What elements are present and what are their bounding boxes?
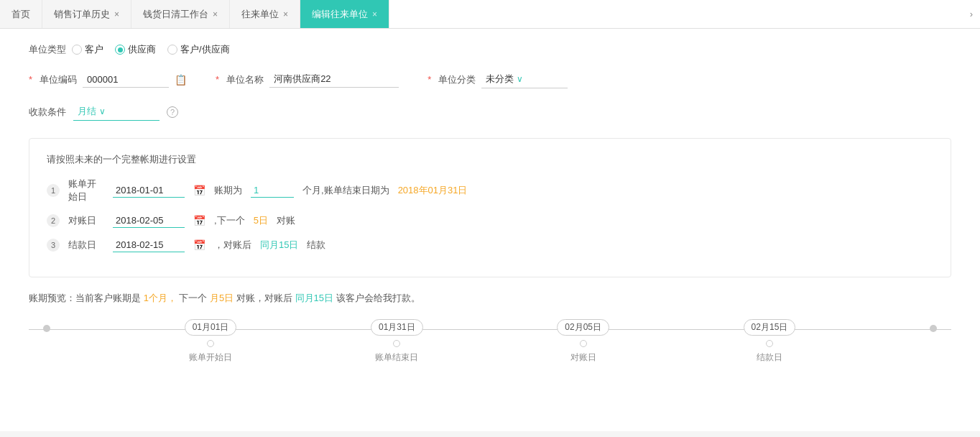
period-reconcile-prefix: ,下一个 [214,214,245,227]
payment-label: 收款条件 [29,106,66,119]
timeline-end-dot [930,325,937,332]
timeline-dot-4 [766,340,773,347]
tab-home-label: 首页 [11,8,30,21]
tab-bar: 首页 销售订单历史 × 钱货日清工作台 × 往来单位 × 编辑往来单位 × › [0,0,980,29]
timeline-dot-2 [393,340,400,347]
period-row-2: 2 对账日 📅 ,下一个 5日 对账 [47,213,933,228]
period-month-count-input[interactable] [251,183,294,198]
tab-sales-history[interactable]: 销售订单历史 × [42,0,131,28]
period-suffix-2: 个月,账单结束日期为 [302,184,389,197]
period-start-date-input[interactable] [113,183,185,198]
radio-customer-circle [72,45,82,55]
period-pay-date-input[interactable] [113,238,185,252]
payment-select[interactable]: 月结 ∨ [73,103,160,121]
radio-both[interactable]: 客户/供应商 [167,43,230,56]
timeline-point-2: 01月31日 账单结束日 [371,319,423,364]
period-num-3: 3 [47,239,60,252]
unit-type-row: 单位类型 客户 供应商 客户/供应商 [29,43,951,56]
unit-category-value: 未分类 [486,73,514,86]
payment-dropdown-arrow[interactable]: ∨ [99,106,106,116]
period-pay-highlight: 同月15日 [260,239,298,252]
unit-category-select[interactable]: 未分类 ∨ [481,70,568,88]
radio-customer-label: 客户 [85,43,103,56]
preview-pay-highlight: 同月15日 [295,293,333,303]
preview-section: 账期预览：当前客户账期是 1个月， 下一个 月5日 对账，对账后 同月15日 该… [29,292,951,305]
unit-category-label: 单位分类 [438,73,476,86]
period-pay-prefix: ，对账后 [214,239,251,252]
preview-reconcile-post: 对账，对账后 [236,293,292,303]
period-reconcile-suffix: 对账 [277,214,295,227]
payment-row: 收款条件 月结 ∨ ? [29,103,951,121]
radio-supplier-circle [115,45,125,55]
chevron-right-icon: › [970,9,973,19]
period-label-2: 对账日 [68,214,104,227]
calendar-icon-2[interactable]: 📅 [193,215,205,226]
unit-code-input[interactable] [83,72,169,88]
timeline-badge-1: 01月01日 [185,319,237,336]
timeline-label-2: 账单结束日 [375,351,418,364]
unit-type-label: 单位类型 [29,43,66,56]
code-required-star: * [29,74,32,85]
period-reconcile-date-input[interactable] [113,213,185,228]
preview-prefix: 账期预览：当前客户账期是 [29,293,141,303]
tab-partner[interactable]: 往来单位 × [230,0,300,28]
timeline-badge-2: 01月31日 [371,319,423,336]
tab-edit-partner-close[interactable]: × [372,9,377,19]
radio-both-circle [167,45,177,55]
period-suffix-1: 账期为 [214,184,242,197]
unit-type-radio-group: 客户 供应商 客户/供应商 [72,43,230,56]
period-row-1: 1 账单开始日 📅 账期为 个月,账单结束日期为 2018年01月31日 [47,178,933,203]
tab-more-button[interactable]: › [963,0,980,28]
timeline-point-1: 01月01日 账单开始日 [185,319,237,364]
tab-home[interactable]: 首页 [0,0,42,28]
timeline-label-1: 账单开始日 [189,351,232,364]
period-title: 请按照未来的一个完整帐期进行设置 [47,153,933,166]
help-icon[interactable]: ? [167,106,178,118]
period-reconcile-highlight: 5日 [254,214,268,227]
unit-name-label: 单位名称 [226,73,264,86]
period-pay-suffix: 结款 [307,239,325,252]
timeline-point-4: 02月15日 结款日 [744,319,796,364]
timeline-end [930,325,937,332]
period-label-3: 结款日 [68,239,104,252]
period-settings-box: 请按照未来的一个完整帐期进行设置 1 账单开始日 📅 账期为 个月,账单结束日期… [29,138,951,277]
tab-cash-work-close[interactable]: × [213,9,218,19]
timeline-section: 01月01日 账单开始日 01月31日 账单结束日 02月05日 对账日 [29,319,951,392]
unit-code-label: 单位编码 [40,73,77,86]
timeline-badge-3: 02月05日 [557,319,609,336]
period-num-1: 1 [47,184,60,197]
period-row-3: 3 结款日 📅 ，对账后 同月15日 结款 [47,238,933,252]
unit-info-row: * 单位编码 📋 * 单位名称 * 单位分类 未分类 ∨ [29,70,951,88]
period-label-1: 账单开始日 [68,178,104,203]
preview-reconcile-pre: 下一个 [179,293,207,303]
main-content: 单位类型 客户 供应商 客户/供应商 * 单位编码 [0,29,980,431]
unit-name-group: * 单位名称 [216,72,399,88]
timeline-badge-4: 02月15日 [744,319,796,336]
calendar-icon-1[interactable]: 📅 [193,185,205,196]
radio-customer[interactable]: 客户 [72,43,103,56]
tab-sales-history-label: 销售订单历史 [54,8,110,21]
tab-partner-close[interactable]: × [283,9,288,19]
calendar-icon-3[interactable]: 📅 [193,239,205,251]
tab-edit-partner-label: 编辑往来单位 [312,8,368,21]
tab-cash-work-label: 钱货日清工作台 [143,8,208,21]
period-end-date: 2018年01月31日 [398,184,468,197]
radio-both-label: 客户/供应商 [180,43,230,56]
preview-months: 1个月， [144,293,177,303]
radio-supplier[interactable]: 供应商 [115,43,156,56]
timeline-start-dot [43,325,50,332]
radio-supplier-label: 供应商 [128,43,156,56]
category-dropdown-arrow[interactable]: ∨ [517,74,523,84]
unit-code-group: * 单位编码 📋 [29,72,187,88]
tab-edit-partner[interactable]: 编辑往来单位 × [300,0,389,28]
cat-required-star: * [427,74,431,85]
timeline-label-3: 对账日 [570,351,596,364]
timeline-start [43,325,50,332]
tab-cash-work[interactable]: 钱货日清工作台 × [131,0,230,28]
copy-icon[interactable]: 📋 [175,74,187,86]
preview-pay-post: 该客户会给我打款。 [336,293,420,303]
period-num-2: 2 [47,214,60,227]
tab-sales-history-close[interactable]: × [114,9,119,19]
unit-name-input[interactable] [269,72,399,88]
unit-type-group: 单位类型 客户 供应商 客户/供应商 [29,43,230,56]
